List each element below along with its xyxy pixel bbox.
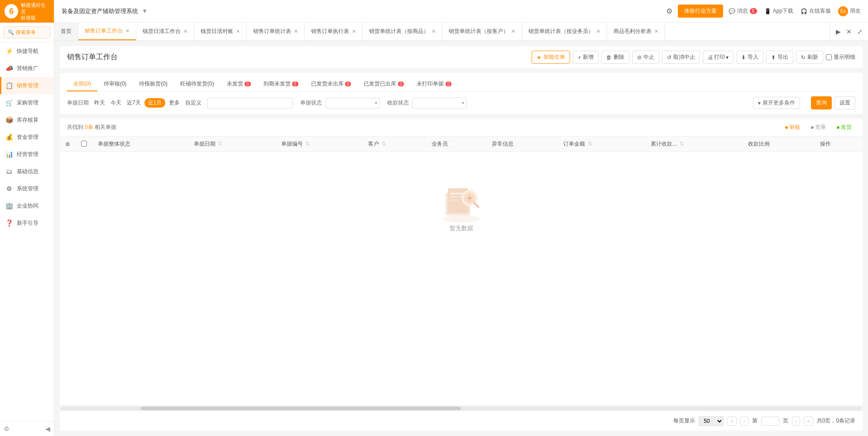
last-page-button[interactable]: » [804,417,813,426]
date-sort-icon[interactable]: ⇅ [218,141,222,147]
tab-sales-order-exec[interactable]: 销售订单执行表 ✕ [305,23,363,40]
app-download-button[interactable]: 📱 App下载 [764,7,793,15]
tab-sales-stats-customer[interactable]: 销货单统计表（按客户） ✕ [442,23,522,40]
tab-close-sales-stats-product[interactable]: ✕ [432,29,436,34]
tab-close-product-margin[interactable]: ✕ [654,29,658,34]
sidebar-item-quick-nav[interactable]: ⚡ 快捷导航 [0,43,54,60]
search-menu-button[interactable]: 🔍 搜索菜单 [4,26,50,38]
status-filter-label: 单据状态 [300,99,322,107]
sidebar-item-capital[interactable]: 💰 资金管理 [0,128,54,146]
number-sort-icon[interactable]: ⇅ [305,141,310,147]
status-select[interactable] [326,98,380,109]
date-custom-button[interactable]: 自定义 [183,98,203,108]
pause-button[interactable]: ⊘ 中止 [632,51,659,64]
tab-sales-order-workspace[interactable]: 销售订单工作台 ✕ [78,23,136,40]
date-7days-button[interactable]: 近7天 [125,98,143,108]
customer-sort-icon[interactable]: ⇅ [382,141,386,147]
industry-solution-button[interactable]: 体验行业方案 [678,5,723,18]
delete-button[interactable]: 🗑 删除 [601,51,629,64]
bulk-review-button[interactable]: 审核 [782,122,804,133]
sidebar-item-inventory[interactable]: 📦 库存核算 [0,111,54,128]
sidebar-item-guide[interactable]: ❓ 新手引导 [0,214,54,232]
header-settings-button[interactable]: ⚙ [666,7,672,15]
tab-sales-order-stats[interactable]: 销售订单统计表 ✕ [247,23,305,40]
payment-select[interactable] [412,98,467,109]
date-today-button[interactable]: 今天 [109,98,123,108]
filter-tab-pending-check[interactable]: 待拣验货(0) [133,77,174,91]
filter-tab-wangpu[interactable]: 旺铺待发货(0) [174,77,221,91]
sidebar-item-basic-info[interactable]: 🗂 基础信息 [0,163,54,180]
refresh-button[interactable]: ↻ 刷新 [796,51,823,64]
prev-page-button[interactable]: ‹ [740,417,748,426]
export-button[interactable]: ⬆ 导出 [766,51,793,64]
tab-home[interactable]: 首页 [54,23,78,40]
tab-close-cash-daily[interactable]: ✕ [183,29,187,34]
tab-sales-stats-staff[interactable]: 销货单统计表（按业务员） ✕ [522,23,607,40]
filter-tab-not-printed[interactable]: 未打印单据 0 [410,77,458,91]
sidebar-item-purchase[interactable]: 🛒 采购管理 [0,94,54,111]
select-all-checkbox[interactable] [81,141,87,147]
scrollbar-thumb[interactable] [141,407,461,410]
filter-tab-shipped-not-out[interactable]: 已发货未出库 0 [305,77,358,91]
sidebar-item-system[interactable]: ⚙ 系统管理 [0,180,54,197]
header-actions: 💬 消息 6 📱 App下载 🎧 在线客服 Ea 用友 [729,6,861,16]
tab-maximize-button[interactable]: ⤢ [855,27,864,36]
bulk-cancel-review-button[interactable]: 充审 [807,122,830,133]
tab-cash-reconcile[interactable]: 钱货日清对账 ✕ [194,23,247,40]
amount-sort-icon[interactable]: ⇅ [588,141,592,147]
sidebar-footer: ⚙ ◀ [0,421,54,436]
page-number-input[interactable]: 1 [761,417,779,426]
tab-close-sales-stats-customer[interactable]: ✕ [511,29,515,34]
filter-settings-button[interactable]: 设置 [834,96,855,109]
filter-tab-overdue[interactable]: 到期未发货 0 [257,77,305,91]
first-page-button[interactable]: « [727,417,737,426]
footer-collapse-button[interactable]: ◀ [45,425,50,432]
add-button[interactable]: + 新增 [573,51,599,64]
expand-filter-button[interactable]: ▾ 展开更多条件 [753,97,800,109]
tab-close-all-button[interactable]: ✕ [844,27,854,36]
user-button[interactable]: Ea 用友 [838,6,861,16]
date-yesterday-button[interactable]: 昨天 [92,98,107,108]
cancel-pause-button[interactable]: ↺ 取消中止 [662,51,700,64]
sidebar-logo: 6 畅捷通好生意 标准版 [0,0,54,23]
review-dot-icon [785,126,788,129]
tab-close-sales-stats-staff[interactable]: ✕ [596,29,600,34]
tab-close-sales-order-stats[interactable]: ✕ [294,29,298,34]
table-settings-icon[interactable]: ⚙ [65,141,70,147]
tab-close-sales-order-exec[interactable]: ✕ [352,29,356,34]
bulk-ship-button[interactable]: 发货 [833,122,855,133]
tab-scroll-right-button[interactable]: ▶ [834,27,843,36]
collected-sort-icon[interactable]: ⇅ [680,141,684,147]
filter-tab-not-shipped[interactable]: 未发货 0 [221,77,257,91]
sidebar-item-enterprise[interactable]: 🏢 企业协同 [0,197,54,214]
th-amount: 订单金额 ⇅ [558,137,645,152]
filter-tab-shipped-out[interactable]: 已发货已出库 0 [357,77,410,91]
tab-sales-stats-product[interactable]: 销货单统计表（按商品） ✕ [363,23,442,40]
date-range-input[interactable]: 2023-02-24 至 2023-03-24 [207,98,293,109]
sidebar-item-marketing[interactable]: 📣 营销推广 [0,60,54,77]
smart-generate-button[interactable]: ★ 智能生单 [532,51,570,64]
logo-text: 畅捷通好生意 标准版 [21,2,49,21]
next-page-button[interactable]: › [792,417,800,426]
import-button[interactable]: ⬇ 导入 [736,51,763,64]
print-dropdown[interactable]: 🖨 打印 ▾ [703,51,734,64]
footer-settings-button[interactable]: ⚙ [4,425,10,432]
app-title-dropdown-button[interactable]: ▼ [142,8,148,14]
message-button[interactable]: 💬 消息 6 [729,7,757,15]
table-horizontal-scrollbar[interactable] [60,405,863,411]
online-service-button[interactable]: 🎧 在线客服 [801,7,831,15]
sidebar-item-sales[interactable]: 📋 销售管理 [0,77,54,94]
message-badge: 6 [750,8,757,14]
date-1month-button[interactable]: 近1月 [144,98,166,108]
filter-tab-pending-review[interactable]: 待审核(0) [97,77,133,91]
tab-close-cash-reconcile[interactable]: ✕ [236,29,240,34]
page-size-select[interactable]: 50 10 20 100 [699,416,724,426]
search-button[interactable]: 查询 [811,96,832,109]
tab-close-sales-order-workspace[interactable]: ✕ [125,28,129,33]
tab-cash-daily[interactable]: 钱货日清工作台 ✕ [136,23,194,40]
tab-product-margin[interactable]: 商品毛利分析表 ✕ [607,23,665,40]
date-more-button[interactable]: 更多 [167,98,182,108]
sidebar-item-operation[interactable]: 📊 经营管理 [0,146,54,163]
show-detail-checkbox[interactable] [826,54,832,60]
filter-tab-all[interactable]: 全部(0) [67,77,97,91]
